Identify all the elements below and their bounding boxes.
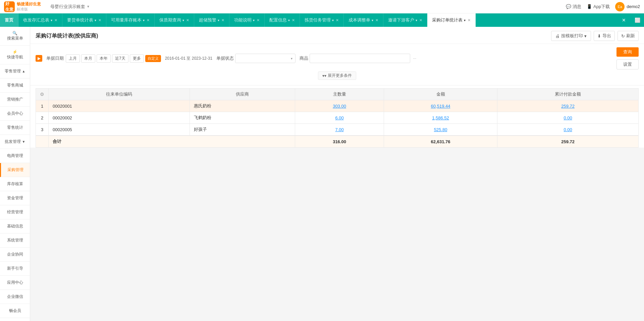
tab-chengben[interactable]: 成本调整单 ▾ ✕ bbox=[344, 13, 383, 27]
tab-close-icon[interactable]: ✕ bbox=[336, 18, 339, 22]
row-paid[interactable]: 0.00 bbox=[497, 112, 639, 124]
nav-maximize-button[interactable]: ⬜ bbox=[631, 13, 644, 27]
sidebar-item-finance[interactable]: 资金管理 bbox=[0, 191, 30, 205]
row-qty[interactable]: 303.00 bbox=[295, 100, 384, 112]
tab-close-icon[interactable]: ✕ bbox=[468, 18, 471, 22]
footer-label: 合计 bbox=[49, 136, 295, 148]
sidebar-item-marketing[interactable]: 营销推广 bbox=[0, 93, 30, 107]
tab-chaochu[interactable]: 超储预警 ▾ ✕ bbox=[194, 13, 229, 27]
finance-label: 资金管理 bbox=[3, 195, 27, 201]
table-footer: 合计 316.00 62,631.76 259.72 bbox=[36, 136, 639, 148]
sidebar-item-retail-shop[interactable]: 零售商城 bbox=[0, 78, 30, 93]
expand-more-button[interactable]: ▾▾ 展开更多条件 bbox=[318, 71, 356, 80]
page-header: 采购订单统计表(按供应商) 🖨 按模板打印 ▾ ⬇ 导出 ↻ 刷新 bbox=[30, 27, 644, 44]
query-button[interactable]: 查询 bbox=[616, 47, 639, 57]
goods-input[interactable] bbox=[310, 54, 410, 63]
top-bar-right: 💬 消息 📱 App下载 Ea demo2 bbox=[566, 2, 640, 11]
row-qty[interactable]: 7.00 bbox=[295, 124, 384, 136]
filter-toggle-button[interactable]: ▶ bbox=[36, 55, 42, 62]
row-amount[interactable]: 525.80 bbox=[384, 124, 497, 136]
tab-close-icon[interactable]: ✕ bbox=[375, 18, 378, 22]
sidebar-item-wholesale[interactable]: 批发管理 ▼ bbox=[0, 135, 30, 149]
goods-more-icon[interactable]: ··· bbox=[413, 56, 416, 61]
marketing-label: 营销推广 bbox=[3, 97, 27, 102]
sidebar-item-system[interactable]: 系统管理 bbox=[0, 233, 30, 248]
tab-gongneng[interactable]: 功能说明 ▾ ✕ bbox=[229, 13, 265, 27]
row-paid[interactable]: 0.00 bbox=[497, 124, 639, 136]
sidebar-item-basic-info[interactable]: 基础信息 bbox=[0, 219, 30, 233]
sidebar-item-retail-stats[interactable]: 零售统计 bbox=[0, 121, 30, 135]
footer-qty: 316.00 bbox=[295, 136, 384, 148]
table-area: ⚙ 往来单位编码 供应商 主数量 金额 累计付款金额 1 00020001 bbox=[30, 88, 644, 148]
tab-close-icon[interactable]: ✕ bbox=[221, 18, 224, 22]
date-filter-label: 单据日期 bbox=[46, 55, 64, 61]
page-content: 采购订单统计表(按供应商) 🖨 按模板打印 ▾ ⬇ 导出 ↻ 刷新 bbox=[30, 27, 644, 148]
tab-dropdown-icon: ▾ bbox=[332, 18, 334, 22]
sidebar-item-appcenter[interactable]: 应用中心 bbox=[0, 276, 30, 290]
purchase-label: 采购管理 bbox=[4, 167, 27, 173]
top-bar-left: 好生意 畅捷通好生意标准版 母婴行业演示账套 ▼ bbox=[4, 1, 90, 12]
tab-baozhi[interactable]: 保质期查询 ▾ ✕ bbox=[155, 13, 194, 27]
sidebar-item-quicknav[interactable]: ⚡ 快捷导航 bbox=[0, 46, 30, 64]
sidebar-item-ecommerce[interactable]: 电商管理 bbox=[0, 149, 30, 163]
table-header: ⚙ 往来单位编码 供应商 主数量 金额 累计付款金额 bbox=[36, 89, 639, 100]
export-button[interactable]: ⬇ 导出 bbox=[594, 31, 615, 41]
sidebar-item-inventory[interactable]: 库存核算 bbox=[0, 177, 30, 191]
row-amount[interactable]: 1,586.52 bbox=[384, 112, 497, 124]
sidebar-item-wechat[interactable]: 企业微信 bbox=[0, 290, 30, 304]
tab-dropdown-icon: ▾ bbox=[51, 18, 52, 22]
sidebar-item-collab[interactable]: 企业协同 bbox=[0, 248, 30, 262]
main-layout: 🔍 搜索菜单 ⚡ 快捷导航 零售管理 ▲ 零售商城 营销推广 会员中心 零售统计… bbox=[0, 27, 644, 321]
sidebar-item-operations[interactable]: 经营管理 bbox=[0, 205, 30, 219]
tab-home[interactable]: 首页 bbox=[0, 13, 18, 27]
row-qty[interactable]: 6.00 bbox=[295, 112, 384, 124]
row-amount[interactable]: 60,519.44 bbox=[384, 100, 497, 112]
nav-close-button[interactable]: ✕ bbox=[617, 13, 631, 27]
sidebar-quicknav-label: 快捷导航 bbox=[3, 54, 27, 60]
sidebar-item-retail-mgmt[interactable]: 零售管理 ▲ bbox=[0, 64, 30, 78]
refresh-button[interactable]: ↻ 刷新 bbox=[618, 31, 639, 41]
col-settings-icon[interactable]: ⚙ bbox=[40, 92, 44, 97]
message-label: 消息 bbox=[573, 4, 581, 10]
row-code: 00020002 bbox=[49, 112, 190, 124]
tab-close-icon[interactable]: ✕ bbox=[186, 18, 189, 22]
row-paid[interactable]: 259.72 bbox=[497, 100, 639, 112]
print-button[interactable]: 🖨 按模板打印 ▾ bbox=[551, 31, 591, 41]
sidebar-item-purchase[interactable]: 采购管理 bbox=[0, 163, 30, 177]
sidebar-item-newbie[interactable]: 新手引导 bbox=[0, 262, 30, 276]
tab-label: 配置信息 bbox=[269, 17, 287, 23]
sidebar-item-member2[interactable]: 畅会员 bbox=[0, 304, 30, 318]
query-buttons: 查询 设置 bbox=[616, 47, 639, 69]
date-btn-this-month[interactable]: 本月 bbox=[81, 54, 95, 63]
date-btn-more[interactable]: 更多 bbox=[130, 54, 144, 63]
app-download-button[interactable]: 📱 App下载 bbox=[587, 4, 610, 10]
tab-yaohuo[interactable]: 要货单统计表 ▾ ✕ bbox=[62, 13, 106, 27]
avatar: Ea bbox=[615, 2, 625, 11]
sidebar-item-search[interactable]: 🔍 搜索菜单 bbox=[0, 27, 30, 46]
date-btn-7days[interactable]: 近7天 bbox=[112, 54, 128, 63]
tab-shoufacun[interactable]: 收发存汇总表 ▾ ✕ bbox=[18, 13, 62, 27]
tab-close-icon[interactable]: ✕ bbox=[54, 18, 57, 22]
tab-kuyongliangku[interactable]: 可用量库存账本 ▾ ✕ bbox=[106, 13, 155, 27]
tab-jianhuo[interactable]: 拣货任务管理 ▾ ✕ bbox=[300, 13, 344, 27]
sidebar-item-member[interactable]: 会员中心 bbox=[0, 107, 30, 121]
status-filter: 单据状态 ▾ bbox=[216, 54, 296, 63]
row-supplier: 飞鹤奶粉 bbox=[190, 112, 295, 124]
content-area: 采购订单统计表(按供应商) 🖨 按模板打印 ▾ ⬇ 导出 ↻ 刷新 bbox=[30, 27, 644, 321]
tab-close-icon[interactable]: ✕ bbox=[257, 18, 260, 22]
user-area[interactable]: Ea demo2 bbox=[615, 2, 640, 11]
tab-caigou[interactable]: 采购订单统计表 ▾ ✕ bbox=[427, 13, 476, 27]
date-btn-this-year[interactable]: 本年 bbox=[97, 54, 111, 63]
message-button[interactable]: 💬 消息 bbox=[566, 4, 581, 10]
date-btn-last-month[interactable]: 上月 bbox=[66, 54, 80, 63]
settings-button[interactable]: 设置 bbox=[616, 59, 639, 69]
tab-invite[interactable]: 邀请下游客户 ▾ ✕ bbox=[383, 13, 427, 27]
ecommerce-label: 电商管理 bbox=[3, 153, 27, 159]
tab-close-icon[interactable]: ✕ bbox=[419, 18, 422, 22]
tab-peizhi[interactable]: 配置信息 ▾ ✕ bbox=[265, 13, 300, 27]
status-select[interactable]: ▾ bbox=[235, 54, 296, 63]
tab-close-icon[interactable]: ✕ bbox=[98, 18, 101, 22]
workspace-selector[interactable]: 母婴行业演示账套 ▼ bbox=[50, 4, 90, 10]
tab-close-icon[interactable]: ✕ bbox=[292, 18, 295, 22]
tab-close-icon[interactable]: ✕ bbox=[147, 18, 150, 22]
